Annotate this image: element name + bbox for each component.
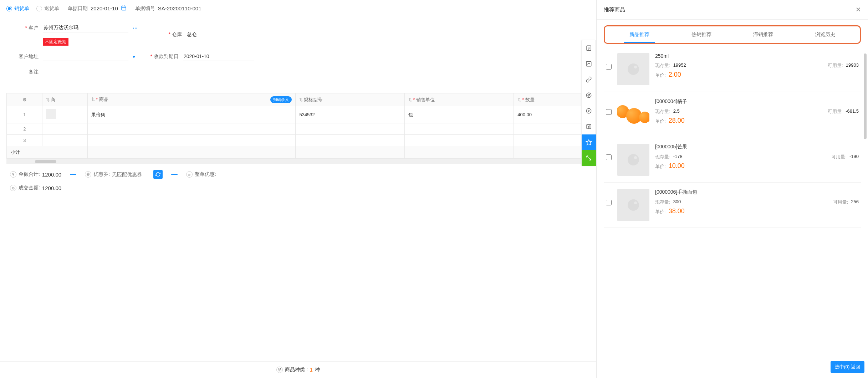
doc-no-label: 单据编号 xyxy=(135,5,155,12)
product-item[interactable]: [0000004]橘子现存量:2.5可用量:-681.5单价:28.00 xyxy=(604,92,861,137)
discount-icon: ⌀ xyxy=(186,171,193,178)
package-icon: 品 xyxy=(276,367,283,373)
star-icon[interactable] xyxy=(582,134,596,150)
product-image xyxy=(617,98,649,131)
vertical-scrollbar[interactable] xyxy=(864,53,867,139)
note-icon[interactable] xyxy=(582,40,596,56)
coupon-label: 优惠券: xyxy=(93,171,110,178)
variety-suffix: 种 xyxy=(315,367,320,373)
variety-label: 商品种类 : xyxy=(285,367,308,373)
product-checkbox[interactable] xyxy=(606,109,612,115)
minus-icon xyxy=(171,174,178,175)
coupon-icon: 券 xyxy=(85,171,91,178)
stock-value: 300 xyxy=(673,199,681,205)
avail-label: 可用量: xyxy=(828,108,843,115)
address-input[interactable] xyxy=(43,52,128,61)
avail-value: 256 xyxy=(851,199,859,205)
currency-icon[interactable] xyxy=(582,119,596,134)
tab-return-label: 退货单 xyxy=(44,5,59,12)
tab-slow-recommend[interactable]: 滞销推荐 xyxy=(747,28,779,41)
product-item[interactable]: 250ml现存量:19952可用量:19903单价:2.00 xyxy=(604,47,861,92)
stock-value: -178 xyxy=(673,154,683,160)
chevron-down-icon[interactable]: ▾ xyxy=(133,54,135,60)
amount-total-label: 金额合计: xyxy=(19,171,40,178)
table-row[interactable]: 1 果倍爽 534532 包 400.00 xyxy=(7,106,589,123)
col-spec[interactable]: 规格型号 xyxy=(304,97,322,102)
deal-icon: ⊘ xyxy=(10,185,16,191)
refresh-coupon-button[interactable] xyxy=(153,170,163,179)
table-row[interactable]: 3 xyxy=(7,135,589,146)
avail-value: -190 xyxy=(849,154,859,160)
avail-value: -681.5 xyxy=(846,108,859,115)
product-name: [0000006]手撕面包 xyxy=(655,189,859,195)
svg-marker-12 xyxy=(586,140,592,145)
customer-picker-icon[interactable]: ⋯ xyxy=(133,25,138,31)
price-value: 10.00 xyxy=(669,162,685,170)
close-icon[interactable]: ✕ xyxy=(856,6,861,14)
product-item[interactable]: [0000005]芒果现存量:-178可用量:-190单价:10.00 xyxy=(604,137,861,183)
chart-icon[interactable] xyxy=(582,56,596,72)
price-label: 单价: xyxy=(655,209,666,215)
svg-point-13 xyxy=(628,63,639,75)
doc-date-value[interactable]: 2020-01-10 xyxy=(91,5,118,11)
link-icon[interactable] xyxy=(582,72,596,87)
tab-return-order[interactable]: 退货单 xyxy=(36,5,59,12)
price-label: 单价: xyxy=(655,163,666,170)
gear-icon[interactable]: ⚙ xyxy=(7,93,42,106)
rpanel-title: 推荐商品 xyxy=(604,6,625,13)
product-list[interactable]: 250ml现存量:19952可用量:19903单价:2.00[0000004]橘… xyxy=(597,47,868,378)
coupon-input[interactable] xyxy=(112,172,151,177)
tab-sales-order[interactable]: 销货单 xyxy=(6,5,29,12)
svg-point-9 xyxy=(586,93,591,98)
product-image-placeholder-icon xyxy=(617,144,649,176)
col-product[interactable]: 商品 xyxy=(99,97,108,102)
price-value: 38.00 xyxy=(669,208,685,215)
col-unit[interactable]: 销售单位 xyxy=(416,97,435,102)
calendar-icon[interactable] xyxy=(121,5,127,12)
due-date-input[interactable] xyxy=(183,52,254,61)
scan-input-button[interactable]: 扫码录入 xyxy=(270,96,292,103)
stock-value: 19952 xyxy=(673,62,686,69)
price-value: 28.00 xyxy=(669,117,685,124)
table-row[interactable]: 2 xyxy=(7,123,589,135)
avail-label: 可用量: xyxy=(831,154,847,160)
yen-icon: ¥ xyxy=(10,171,16,178)
tab-new-recommend[interactable]: 新品推荐 xyxy=(624,28,655,41)
tab-sales-label: 销货单 xyxy=(14,5,29,12)
customer-tag: 不固定账期 xyxy=(43,38,68,46)
product-checkbox[interactable] xyxy=(606,200,612,205)
product-image-placeholder-icon xyxy=(617,53,649,85)
stock-label: 现存量: xyxy=(655,154,670,160)
svg-point-14 xyxy=(634,66,637,68)
product-name: [0000004]橘子 xyxy=(655,98,859,105)
price-value: 2.00 xyxy=(669,71,681,78)
exchange-icon[interactable] xyxy=(582,87,596,103)
product-checkbox[interactable] xyxy=(606,64,612,70)
stock-label: 现存量: xyxy=(655,62,670,69)
horizontal-scrollbar[interactable] xyxy=(6,159,590,164)
price-label: 单价: xyxy=(655,118,666,124)
col-merchant[interactable]: 商 xyxy=(51,97,55,102)
col-qty[interactable]: 数量 xyxy=(525,97,535,102)
items-table: ⚙ ⇅商 ⇅* 商品 扫码录入 ⇅规格型号 ⇅* 销售单位 ⇅* 数量 1 果倍… xyxy=(6,93,590,159)
doc-date-label: 单据日期 xyxy=(68,5,88,12)
stock-label: 现存量: xyxy=(655,108,670,115)
warehouse-input[interactable] xyxy=(186,30,257,39)
product-name: [0000005]芒果 xyxy=(655,144,859,150)
price-label: 单价: xyxy=(655,72,666,78)
stock-value: 2.5 xyxy=(673,108,680,115)
expand-icon[interactable] xyxy=(582,150,596,166)
minus-icon xyxy=(70,174,76,175)
selected-return-button[interactable]: 选中(0) 返回 xyxy=(831,361,865,373)
product-checkbox[interactable] xyxy=(606,154,612,160)
tab-hot-recommend[interactable]: 热销推荐 xyxy=(686,28,717,41)
side-toolbar xyxy=(581,40,596,166)
svg-point-10 xyxy=(586,108,591,113)
tab-browse-history[interactable]: 浏览历史 xyxy=(810,28,841,41)
doc-no-value: SA-20200110-001 xyxy=(158,5,201,11)
bookmark-icon[interactable] xyxy=(582,103,596,119)
remark-input[interactable] xyxy=(43,67,228,76)
due-date-label: 收款到期日 xyxy=(154,53,179,59)
product-item[interactable]: [0000006]手撕面包现存量:300可用量:256单价:38.00 xyxy=(604,183,861,228)
customer-input[interactable] xyxy=(43,24,128,32)
